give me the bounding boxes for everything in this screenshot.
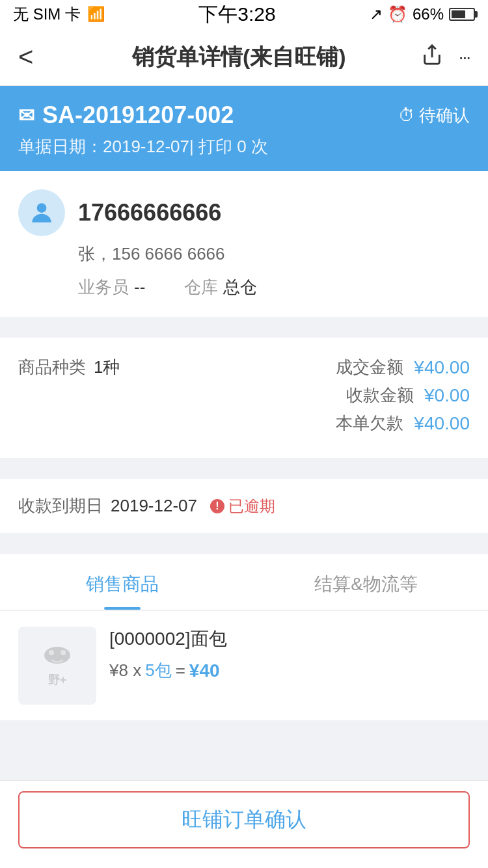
goods-types-container: 商品种类 1种 — [18, 356, 120, 379]
customer-phone: 17666666666 — [78, 199, 221, 226]
svg-point-1 — [37, 203, 47, 213]
order-icon: ✉ — [18, 104, 34, 127]
overdue-badge: ! 已逾期 — [210, 496, 275, 517]
status-left: 无 SIM 卡 📶 — [13, 4, 105, 25]
svg-point-3 — [49, 650, 54, 655]
svg-point-4 — [61, 650, 66, 655]
received-amount-value: ¥0.00 — [424, 385, 470, 406]
product-total: ¥40 — [189, 660, 220, 681]
tabs-row: 销售商品 结算&物流等 — [0, 554, 488, 610]
product-item: 野+ [0000002]面包 ¥8 x 5包 = ¥40 — [18, 627, 470, 705]
status-bar: 无 SIM 卡 📶 下午3:28 ↗ ⏰ 66% — [0, 0, 488, 29]
status-right: ↗ ⏰ 66% — [370, 5, 475, 23]
nav-bar: < 销货单详情(来自旺铺) ··· — [0, 29, 488, 86]
salesperson-value: -- — [134, 277, 145, 297]
due-date-value: 2019-12-07 — [111, 496, 197, 516]
order-header: ✉ SA-20191207-002 ⏱ 待确认 单据日期：2019-12-07|… — [0, 86, 488, 171]
wifi-icon: 📶 — [87, 6, 105, 23]
product-name: [0000002]面包 — [109, 627, 470, 651]
tabs-section: 销售商品 结算&物流等 — [0, 554, 488, 610]
svg-point-2 — [44, 647, 70, 664]
battery-label: 66% — [413, 5, 444, 23]
amounts-container: 成交金额 ¥40.00 收款金额 ¥0.00 本单欠款 ¥40.00 — [336, 356, 470, 440]
customer-row: 17666666666 — [18, 189, 470, 236]
confirm-wangpu-button[interactable]: 旺铺订单确认 — [18, 791, 470, 848]
owed-amount-row: 本单欠款 ¥40.00 — [336, 412, 470, 435]
tab-sales-goods[interactable]: 销售商品 — [0, 554, 244, 610]
overdue-dot-icon: ! — [210, 499, 224, 513]
salesperson-label: 业务员 — [78, 276, 129, 299]
summary-section: 商品种类 1种 成交金额 ¥40.00 收款金额 ¥0.00 本单欠款 ¥40.… — [0, 338, 488, 458]
thumb-plus-label: 野+ — [48, 672, 67, 688]
salesperson-item: 业务员 -- — [78, 276, 145, 299]
transaction-amount-row: 成交金额 ¥40.00 — [336, 356, 470, 379]
divider-2 — [0, 458, 488, 468]
product-section: 野+ [0000002]面包 ¥8 x 5包 = ¥40 — [0, 611, 488, 720]
share-icon[interactable] — [421, 44, 443, 71]
product-qty: 5包 — [145, 659, 171, 682]
warehouse-label: 仓库 — [184, 276, 218, 299]
product-thumbnail: 野+ — [18, 627, 96, 705]
order-date-row: 单据日期：2019-12-07| 打印 0 次 — [18, 135, 470, 158]
warehouse-item: 仓库 总仓 — [184, 276, 257, 299]
alarm-icon: ⏰ — [388, 5, 407, 23]
tab-settlement[interactable]: 结算&物流等 — [244, 554, 488, 610]
avatar — [18, 189, 65, 236]
customer-name: 张，156 6666 6666 — [78, 243, 470, 265]
page-title: 销货单详情(来自旺铺) — [57, 42, 421, 72]
order-id: ✉ SA-20191207-002 — [18, 102, 234, 129]
order-id-row: ✉ SA-20191207-002 ⏱ 待确认 — [18, 102, 470, 129]
received-amount-row: 收款金额 ¥0.00 — [336, 384, 470, 407]
more-button[interactable]: ··· — [459, 47, 470, 68]
summary-row: 商品种类 1种 成交金额 ¥40.00 收款金额 ¥0.00 本单欠款 ¥40.… — [18, 356, 470, 440]
goods-types-label: 商品种类 — [18, 356, 86, 379]
product-info: [0000002]面包 ¥8 x 5包 = ¥40 — [109, 627, 470, 682]
product-price-row: ¥8 x 5包 = ¥40 — [109, 659, 470, 682]
customer-meta: 业务员 -- 仓库 总仓 — [78, 276, 470, 299]
due-section: 收款到期日 2019-12-07 ! 已逾期 — [0, 479, 488, 533]
divider-3 — [0, 533, 488, 543]
carrier-label: 无 SIM 卡 — [13, 4, 81, 25]
nav-actions: ··· — [421, 44, 470, 71]
received-amount-label: 收款金额 — [346, 384, 414, 407]
product-thumb-inner: 野+ — [40, 644, 74, 688]
owed-amount-label: 本单欠款 — [336, 412, 403, 435]
transaction-amount-label: 成交金额 — [336, 356, 403, 379]
back-button[interactable]: < — [18, 42, 57, 72]
order-status: ⏱ 待确认 — [398, 104, 470, 127]
divider-1 — [0, 317, 488, 327]
warehouse-value: 总仓 — [223, 276, 257, 299]
transaction-amount-value: ¥40.00 — [414, 357, 470, 378]
goods-types-value: 1种 — [94, 356, 120, 379]
location-icon: ↗ — [370, 5, 383, 23]
owed-amount-value: ¥40.00 — [414, 413, 470, 434]
due-label: 收款到期日 — [18, 495, 103, 517]
battery-icon — [449, 8, 475, 21]
customer-section: 17666666666 张，156 6666 6666 业务员 -- 仓库 总仓 — [0, 171, 488, 317]
time-label: 下午3:28 — [198, 1, 275, 28]
status-clock-icon: ⏱ — [398, 105, 415, 126]
bottom-bar: 旺铺订单确认 — [0, 780, 488, 868]
